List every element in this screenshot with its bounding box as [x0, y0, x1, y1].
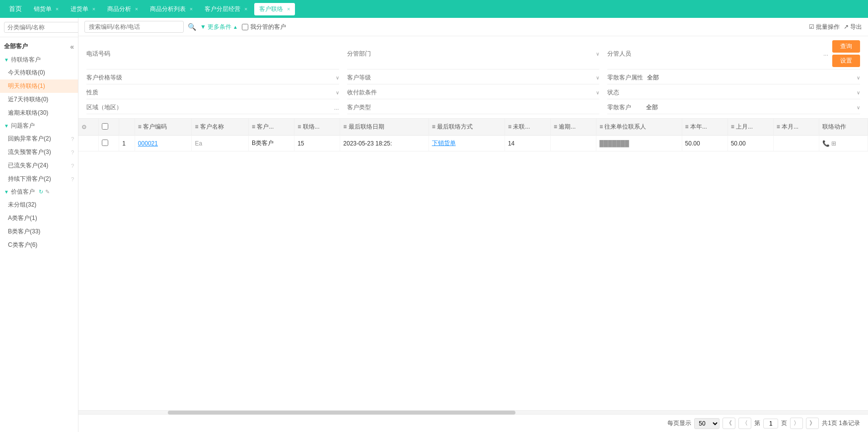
status-select[interactable]: ∨ [646, 90, 860, 95]
retail-customer-select[interactable]: ∨ [755, 105, 860, 110]
nav-customer-segment[interactable]: 客户分层经营 × [200, 3, 252, 15]
sidebar-item-abnormal[interactable]: 回购异常客户(2) ? [0, 132, 78, 145]
row-gear [78, 136, 98, 151]
nav-analysis-list[interactable]: 商品分析列表 × [145, 3, 198, 15]
help-icon: ? [71, 149, 74, 155]
search-input[interactable] [84, 21, 184, 33]
sidebar-item-tomorrow[interactable]: 明天待联络(1) [0, 79, 78, 93]
payment-label: 收付款条件 [347, 88, 382, 97]
region-input[interactable] [126, 104, 328, 111]
arrow-icon: ▼ [4, 123, 9, 129]
sidebar-group-problem[interactable]: ▼ 问题客户 [0, 120, 78, 132]
price-grade-select[interactable]: ∨ [126, 75, 339, 80]
gear-icon[interactable]: ⚙ [81, 124, 87, 131]
nav-purchase[interactable]: 进货单 × [66, 3, 100, 15]
row-not-contacted: 14 [505, 136, 550, 151]
row-this-month [773, 136, 819, 151]
export-icon: ↗ [844, 23, 849, 30]
horizontal-scrollbar[interactable] [78, 410, 868, 414]
group-title-problem: 问题客户 [11, 122, 35, 130]
qr-action-icon[interactable]: ⊞ [831, 140, 836, 147]
nav-customer-contact[interactable]: 客户联络 × [254, 3, 295, 15]
next-page-btn[interactable]: 〉 [790, 418, 803, 429]
query-btn[interactable]: 查询 [832, 40, 860, 53]
customer-type-input[interactable] [386, 104, 600, 111]
row-select-checkbox[interactable] [102, 140, 108, 146]
close-icon[interactable]: × [190, 6, 193, 12]
nav-home[interactable]: 首页 [4, 2, 27, 15]
row-contacts: 15 [294, 136, 340, 151]
sidebar-item-week[interactable]: 近7天待联络(0) [0, 93, 78, 106]
sidebar-item-today[interactable]: 今天待联络(0) [0, 66, 78, 79]
scrollbar-thumb[interactable] [168, 411, 515, 415]
retail-attr-select[interactable]: ∨ [756, 75, 860, 80]
sidebar-group-pending[interactable]: ▼ 待联络客户 [0, 54, 78, 66]
filter-icon: ▼ [200, 23, 206, 30]
nav-sales[interactable]: 销货单 × [29, 3, 64, 15]
col-last-method: ≡ 最后联络方式 [429, 119, 505, 136]
sidebar-item-c[interactable]: C类客户(6) [0, 238, 78, 252]
sidebar-item-lost[interactable]: 已流失客户(24) ? [0, 159, 78, 172]
row-code[interactable]: 000021 [135, 136, 192, 151]
sidebar-item-b[interactable]: B类客户(33) [0, 225, 78, 238]
row-type: B类客户 [249, 136, 294, 151]
close-icon[interactable]: × [135, 6, 138, 12]
checkbox-icon: ☑ [809, 23, 814, 30]
sidebar-item-overdue[interactable]: 逾期未联络(30) [0, 106, 78, 120]
search-button[interactable]: 🔍 [188, 23, 196, 31]
refresh-icon[interactable]: ↻ [39, 189, 43, 195]
select-all-checkbox[interactable] [102, 123, 108, 130]
filter-phone: 电话号码 [86, 40, 339, 70]
prev-page-btn[interactable]: 〈 [738, 418, 751, 429]
sidebar-item-a[interactable]: A类客户(1) [0, 212, 78, 225]
export-btn[interactable]: ↗ 导出 [844, 23, 862, 31]
col-last-month: ≡ 上月... [727, 119, 773, 136]
manager-input[interactable] [646, 50, 817, 57]
nav-analysis[interactable]: 商品分析 × [102, 3, 143, 15]
first-page-btn[interactable]: 《 [723, 418, 735, 429]
payment-select[interactable]: ∨ [386, 90, 600, 95]
my-customers-filter[interactable]: 我分管的客户 [242, 23, 286, 31]
row-name[interactable]: Ea [192, 136, 249, 151]
phone-input[interactable] [125, 50, 339, 57]
batch-op-btn[interactable]: ☑ 批量操作 [809, 23, 840, 31]
page-size-select[interactable]: 50 100 200 [694, 418, 720, 429]
region-label: 区域（地区） [86, 103, 122, 112]
sidebar-item-ungrouped[interactable]: 未分组(32) [0, 198, 78, 212]
phone-label: 电话号码 [86, 50, 121, 58]
last-page-btn[interactable]: 》 [806, 418, 819, 429]
set-btn[interactable]: 设置 [832, 55, 860, 67]
sidebar-all-customers[interactable]: 全部客户 « [0, 39, 78, 54]
row-last-method[interactable]: 下销货单 [429, 136, 505, 151]
close-icon[interactable]: × [56, 6, 59, 12]
customer-table: ⚙ ≡ 客户编码 ≡ 客户名称 [78, 119, 868, 151]
gender-select[interactable]: ∨ [125, 90, 339, 95]
page-input[interactable]: 1 [763, 419, 778, 429]
edit-icon[interactable]: ✎ [45, 189, 50, 195]
chevron-down-icon: ∨ [336, 75, 339, 80]
chevron-down-icon: ∨ [857, 75, 860, 80]
row-last-month: 50.00 [727, 136, 773, 151]
sidebar-item-declining[interactable]: 持续下滑客户(2) ? [0, 172, 78, 186]
manager-more-icon[interactable]: ... [823, 50, 828, 57]
region-more-icon[interactable]: ... [334, 104, 339, 111]
retail-customer-label: 零散客户 [607, 103, 642, 112]
dept-select[interactable]: ∨ [386, 51, 600, 57]
table-row: 1 000021 Ea B类客户 15 2023-05-23 18:25: 下销… [78, 136, 868, 151]
close-icon[interactable]: × [92, 6, 95, 12]
dept-label: 分管部门 [347, 50, 382, 58]
sidebar-item-warning[interactable]: 流失预警客户(3) ? [0, 145, 78, 159]
my-customers-checkbox[interactable] [242, 24, 248, 30]
close-icon[interactable]: × [244, 6, 247, 12]
more-conditions-btn[interactable]: ▼ 更多条件 ▲ [200, 23, 238, 31]
sidebar-group-value[interactable]: ▼ 价值客户 ↻ ✎ [0, 186, 78, 198]
retail-attr-label: 零散客户属性 [607, 73, 643, 82]
sidebar-search-input[interactable] [4, 22, 78, 33]
close-icon[interactable]: × [287, 6, 290, 12]
customer-grade-select[interactable]: ∨ [386, 75, 600, 80]
chevron-up-icon: ▲ [233, 24, 238, 30]
collapse-icon: « [70, 43, 74, 51]
col-this-year: ≡ 本年... [682, 119, 727, 136]
col-type: ≡ 客户... [249, 119, 294, 136]
phone-action-icon[interactable]: 📞 [822, 140, 830, 147]
